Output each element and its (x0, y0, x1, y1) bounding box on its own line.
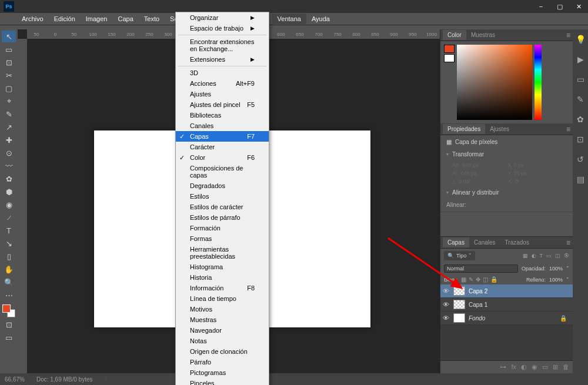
close-button[interactable]: ✕ (569, 0, 588, 13)
lock-all-icon[interactable]: 🔒 (490, 276, 497, 283)
menu-item-composiciones-de-capas[interactable]: Composiciones de capas (176, 163, 269, 180)
menu-imagen[interactable]: Imagen (81, 14, 113, 24)
frame-icon[interactable]: ▭ (575, 74, 586, 85)
menu-item-histograma[interactable]: Histograma (176, 262, 269, 272)
tool-button[interactable]: ✋ (2, 263, 16, 275)
menu-item-ajustes[interactable]: Ajustes (176, 89, 269, 99)
brushes-icon[interactable]: ✿ (575, 114, 586, 125)
tool-button[interactable]: ▢ (2, 82, 16, 94)
layer-name[interactable]: Capa 2 (469, 288, 487, 294)
layer-thumbnail[interactable] (453, 286, 465, 296)
mask-icon[interactable]: ◐ (521, 363, 527, 371)
play-icon[interactable]: ▶ (575, 54, 586, 65)
lock-position-icon[interactable]: ✥ (476, 276, 480, 283)
menu-item-muestras[interactable]: Muestras (176, 314, 269, 325)
menu-item-herramientas-preestablecidas[interactable]: Herramientas preestablecidas (176, 244, 269, 262)
menu-item-car-cter[interactable]: Carácter (176, 142, 269, 152)
filter-type[interactable]: 🔍 Tipo ˅ (444, 251, 475, 260)
tool-button[interactable]: ↖ (2, 31, 16, 42)
tab-adjustments[interactable]: Ajustes (485, 124, 514, 134)
filter-adjust-icon[interactable]: ◐ (532, 253, 536, 259)
fill-input[interactable]: 100% (549, 277, 563, 283)
clone-icon[interactable]: ⊡ (575, 134, 586, 145)
layer-thumbnail[interactable] (453, 313, 465, 323)
menu-item-informaci-n[interactable]: InformaciónF8 (176, 283, 269, 293)
menu-item-espacio-de-trabajo[interactable]: Espacio de trabajo▶ (176, 23, 269, 34)
layer-row[interactable]: 👁Fondo🔒 (440, 312, 573, 325)
lock-pixels-icon[interactable]: ✎ (469, 276, 473, 283)
link-icon[interactable]: ⊶ (500, 363, 506, 371)
fx-icon[interactable]: fx (511, 363, 516, 371)
menu-texto[interactable]: Texto (139, 14, 165, 24)
tool-button[interactable]: ✿ (2, 173, 16, 185)
history-icon[interactable]: ↺ (575, 154, 586, 165)
visibility-icon[interactable]: 👁 (443, 301, 450, 308)
menu-item-acciones[interactable]: AccionesAlt+F9 (176, 78, 269, 89)
menu-item-estilos-de-p-rrafo[interactable]: Estilos de párrafo (176, 212, 269, 223)
hue-strip[interactable] (534, 45, 542, 120)
menu-item-organizar[interactable]: Organizar▶ (176, 12, 269, 23)
trash-icon[interactable]: 🗑 (563, 363, 569, 371)
tool-button[interactable]: ✚ (2, 134, 16, 146)
tool-button[interactable]: ⌖ (2, 95, 16, 107)
y-input[interactable]: 25 px (514, 170, 537, 176)
adjustment-icon[interactable]: ◉ (532, 363, 537, 371)
flip-h-icon[interactable]: ⟲ (508, 179, 513, 185)
tool-button[interactable]: ▭ (2, 43, 16, 55)
tool-button[interactable]: ◉ (2, 199, 16, 210)
menu-item-historia[interactable]: Historia (176, 272, 269, 283)
tool-button[interactable]: ↗ (2, 121, 16, 133)
filter-smart-icon[interactable]: ◫ (555, 253, 560, 259)
menu-item-bibliotecas[interactable]: Bibliotecas (176, 110, 269, 120)
width-input[interactable]: 648 px (463, 162, 486, 168)
menu-item-color[interactable]: ✓ColorF6 (176, 152, 269, 163)
menu-item-extensiones[interactable]: Extensiones▶ (176, 54, 269, 65)
menu-item-p-rrafo[interactable]: Párrafo (176, 357, 269, 367)
tab-layers[interactable]: Capas (443, 237, 469, 247)
angle-input[interactable]: 0,00° (459, 179, 482, 185)
tool-button[interactable]: 〰 (2, 160, 16, 172)
tool-button[interactable]: ⊙ (2, 147, 16, 159)
menu-item-pinceles[interactable]: Pinceles (176, 378, 269, 385)
flip-v-icon[interactable]: ⟳ (515, 179, 520, 185)
x-input[interactable]: 0 px (514, 162, 537, 168)
menu-ventana[interactable]: Ventana (272, 14, 306, 24)
menu-capa[interactable]: Capa (112, 14, 138, 24)
menu-item-canales[interactable]: Canales (176, 120, 269, 131)
tab-properties[interactable]: Propiedades (443, 124, 485, 134)
menu-item-formaci-n[interactable]: Formación (176, 223, 269, 233)
layer-name[interactable]: Fondo (469, 315, 485, 322)
menu-item-notas[interactable]: Notas (176, 336, 269, 346)
menu-item-3d[interactable]: 3D (176, 68, 269, 78)
menu-edición[interactable]: Edición (49, 14, 81, 24)
filter-shape-icon[interactable]: ▭ (546, 253, 552, 259)
menu-item-capas[interactable]: ✓CapasF7 (176, 131, 269, 142)
bg-swatch[interactable] (444, 54, 455, 62)
minimize-button[interactable]: − (532, 0, 550, 13)
menu-item-estilos-de-car-cter[interactable]: Estilos de carácter (176, 202, 269, 212)
visibility-icon[interactable]: 👁 (443, 287, 450, 294)
new-layer-icon[interactable]: ⊞ (553, 363, 558, 371)
color-field[interactable] (457, 45, 532, 120)
menu-item-encontrar-extensiones-en-exchange-[interactable]: Encontrar extensiones en Exchange... (176, 36, 269, 54)
screenmode-icon[interactable]: ▭ (2, 332, 16, 343)
menu-ayuda[interactable]: Ayuda (306, 14, 335, 24)
tool-button[interactable]: ✂ (2, 69, 16, 81)
filter-img-icon[interactable]: ▦ (523, 253, 528, 259)
blend-mode-select[interactable]: Normal (444, 265, 518, 273)
section-transform[interactable]: Transformar (440, 149, 573, 160)
menu-item-degradados[interactable]: Degradados (176, 180, 269, 191)
lightbulb-icon[interactable]: 💡 (575, 34, 586, 45)
maximize-button[interactable]: ▢ (550, 0, 569, 13)
quickmask-icon[interactable]: ⊡ (2, 319, 16, 330)
layer-thumbnail[interactable] (453, 300, 465, 309)
layer-row[interactable]: 👁Capa 2 (440, 284, 573, 298)
tool-button[interactable]: ▯ (2, 250, 16, 262)
layer-name[interactable]: Capa 1 (469, 302, 487, 308)
tool-button[interactable]: 🔍 (2, 276, 16, 288)
filter-toggle[interactable]: ⦿ (564, 253, 569, 259)
height-input[interactable]: 648 px (461, 170, 485, 176)
tool-button[interactable]: ↘ (2, 237, 16, 249)
menu-item-pictogramas[interactable]: Pictogramas (176, 367, 269, 378)
lock-artboard-icon[interactable]: ◫ (483, 276, 488, 283)
